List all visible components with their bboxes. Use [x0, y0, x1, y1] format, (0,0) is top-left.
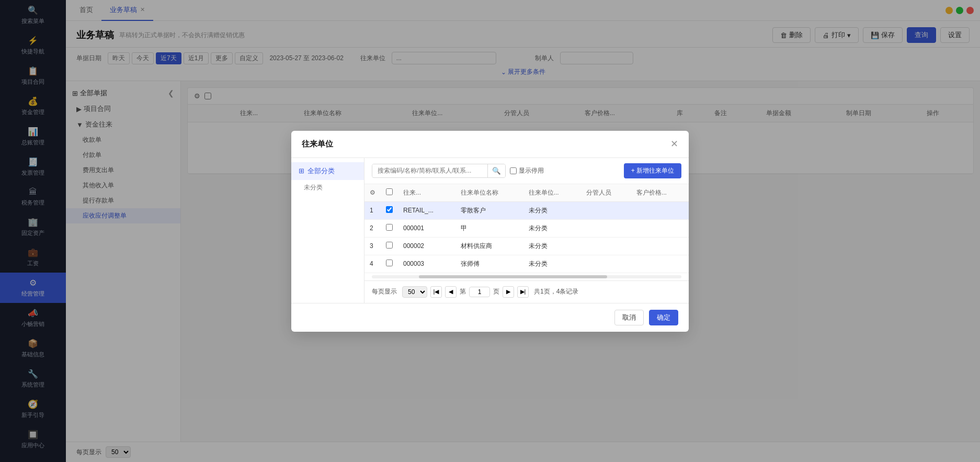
row-category: 未分类 [523, 237, 581, 255]
row-num: 1 [364, 201, 381, 219]
modal-sidebar-uncategorized[interactable]: 未分类 [291, 180, 364, 195]
modal-table-row[interactable]: 3 000002 材料供应商 未分类 [364, 237, 689, 255]
row-category: 未分类 [523, 219, 581, 237]
modal-table-area: ⚙ 往来... 往来单位名称 往来单位... 分管人员 客户价格... 1 [364, 184, 689, 273]
scrollbar-thumb [419, 275, 607, 278]
row-check[interactable] [381, 219, 398, 237]
show-disabled-checkbox[interactable] [510, 167, 517, 174]
row-price [631, 219, 689, 237]
row-manager [581, 219, 631, 237]
search-box: 🔍 [372, 164, 506, 178]
page-size-select[interactable]: 50 [402, 286, 427, 298]
row-name: 材料供应商 [455, 237, 523, 255]
modal-footer-bar: 每页显示 50 |◀ ◀ 第 页 ▶ ▶| 共1页，4条记录 [364, 280, 689, 303]
row-price [631, 255, 689, 273]
modal-title: 往来单位 [302, 139, 333, 149]
prev-page-btn[interactable]: ◀ [445, 286, 457, 298]
row-manager [581, 255, 631, 273]
row-num: 2 [364, 219, 381, 237]
page-label-before: 第 [460, 287, 466, 296]
modal-header: 往来单位 ✕ [291, 131, 689, 158]
modal-toolbar: 🔍 显示停用 + 新增往来单位 [364, 158, 689, 184]
modal-search-input[interactable] [372, 164, 487, 177]
row-name: 张师傅 [455, 255, 523, 273]
modal-content: 🔍 显示停用 + 新增往来单位 ⚙ [364, 158, 689, 303]
modal-col-code[interactable]: 往来... [398, 184, 455, 202]
row-check[interactable] [381, 201, 398, 219]
page-number-input[interactable] [469, 287, 490, 297]
row-code: RETAIL_... [398, 201, 455, 219]
row-code: 000001 [398, 219, 455, 237]
row-manager [581, 201, 631, 219]
horizontal-scrollbar[interactable] [372, 275, 681, 278]
row-code: 000002 [398, 237, 455, 255]
modal-body: ⊞ 全部分类 未分类 🔍 显示停用 [291, 158, 689, 303]
grid-icon-small: ⊞ [299, 167, 304, 175]
last-page-btn[interactable]: ▶| [517, 286, 529, 298]
modal-select-all[interactable] [386, 188, 393, 195]
row-name: 甲 [455, 219, 523, 237]
cancel-button[interactable]: 取消 [614, 310, 644, 325]
row-category: 未分类 [523, 255, 581, 273]
modal-close-button[interactable]: ✕ [670, 139, 678, 149]
modal-table-row[interactable]: 1 RETAIL_... 零散客户 未分类 [364, 201, 689, 219]
confirm-button[interactable]: 确定 [649, 310, 678, 325]
modal-actions: 取消 确定 [291, 303, 689, 332]
modal-col-price[interactable]: 客户价格... [631, 184, 689, 202]
page-size-label: 每页显示 [372, 287, 397, 296]
modal-table-row[interactable]: 4 000003 张师傅 未分类 [364, 255, 689, 273]
modal-col-settings: ⚙ [364, 184, 381, 202]
row-price [631, 237, 689, 255]
row-name: 零散客户 [455, 201, 523, 219]
pagination: 每页显示 50 |◀ ◀ 第 页 ▶ ▶| 共1页，4条记录 [372, 286, 578, 298]
add-partner-button[interactable]: + 新增往来单位 [624, 163, 681, 178]
total-info: 共1页，4条记录 [534, 287, 578, 296]
row-price [631, 201, 689, 219]
row-manager [581, 237, 631, 255]
search-submit-button[interactable]: 🔍 [487, 164, 505, 177]
modal-overlay[interactable]: 往来单位 ✕ ⊞ 全部分类 未分类 🔍 [0, 0, 980, 462]
row-num: 4 [364, 255, 381, 273]
first-page-btn[interactable]: |◀ [430, 286, 442, 298]
modal-sidebar: ⊞ 全部分类 未分类 [291, 158, 364, 303]
row-num: 3 [364, 237, 381, 255]
modal-col-unit[interactable]: 往来单位... [523, 184, 581, 202]
row-category: 未分类 [523, 201, 581, 219]
partner-modal: 往来单位 ✕ ⊞ 全部分类 未分类 🔍 [291, 131, 689, 332]
row-code: 000003 [398, 255, 455, 273]
modal-sidebar-all[interactable]: ⊞ 全部分类 [291, 162, 364, 180]
row-check[interactable] [381, 255, 398, 273]
modal-table-row[interactable]: 2 000001 甲 未分类 [364, 219, 689, 237]
modal-col-manager[interactable]: 分管人员 [581, 184, 631, 202]
next-page-btn[interactable]: ▶ [503, 286, 514, 298]
modal-data-table: ⚙ 往来... 往来单位名称 往来单位... 分管人员 客户价格... 1 [364, 184, 689, 273]
show-disabled-label: 显示停用 [510, 166, 544, 175]
row-check[interactable] [381, 237, 398, 255]
modal-col-check [381, 184, 398, 202]
page-label-after: 页 [493, 287, 499, 296]
modal-col-name[interactable]: 往来单位名称 [455, 184, 523, 202]
